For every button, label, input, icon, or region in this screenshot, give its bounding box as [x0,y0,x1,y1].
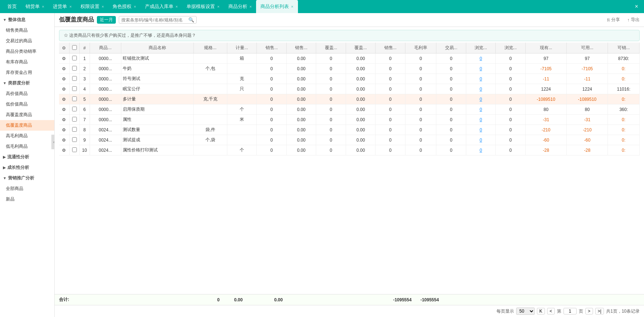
col-sales2[interactable]: 销售... [286,43,316,54]
row-checkbox-cell[interactable] [69,135,79,145]
row-setting[interactable]: ⚙ [59,64,69,74]
row-setting[interactable]: ⚙ [59,84,69,94]
sidebar-item-category-sales-rate[interactable]: 商品分类动销率 [0,46,54,57]
row-checkbox-cell[interactable] [69,84,79,94]
nav-product-analysis-close[interactable]: × [250,0,252,13]
sidebar-item-inventory-capital[interactable]: 库存资金占用 [0,67,54,78]
row-browse1[interactable]: 0 [466,64,496,74]
first-page-button[interactable]: K [537,308,545,314]
row-checkbox[interactable] [72,66,77,71]
row-checkbox[interactable] [72,107,77,111]
row-browse1[interactable]: 0 [466,74,496,84]
row-setting[interactable]: ⚙ [59,104,69,115]
row-checkbox[interactable] [72,147,77,152]
row-checkbox[interactable] [72,117,77,122]
nav-product-analysis-list[interactable]: 商品分析列表 × [256,0,298,13]
row-checkbox[interactable] [72,76,77,81]
row-browse1[interactable]: 0 [466,84,496,94]
last-page-button[interactable]: >| [595,308,604,314]
prev-page-button[interactable]: < [547,308,555,314]
sidebar-section-overall[interactable]: ▼ 整体信息 [0,15,54,25]
row-checkbox[interactable] [72,86,77,91]
sidebar-item-new-goods[interactable]: 新品 [0,194,54,205]
row-checkbox[interactable] [72,96,77,101]
sidebar-section-marketing[interactable]: ▼ 营销推广分析 [0,173,54,183]
sidebar-item-high-value[interactable]: 高价值商品 [0,88,54,99]
col-product-code[interactable]: 商品... [90,43,121,54]
row-browse1[interactable]: 0 [466,125,496,135]
date-filter-button[interactable]: 近一月 [97,16,116,24]
nav-product-analysis[interactable]: 商品分析 × [224,0,256,13]
nav-product-storage[interactable]: 产成品入库单 × [141,0,182,13]
nav-role-auth[interactable]: 角色授权 × [108,0,140,13]
sidebar-collapse-button[interactable]: « [51,135,55,149]
table-container[interactable]: ⚙ # 商品... 商品名称 规格... 计量... 销售... 销售... 覆… [55,43,644,294]
col-sales3[interactable]: 销售... [376,43,405,54]
nav-template-settings[interactable]: 单据模板设置 × [182,0,224,13]
row-checkbox-cell[interactable] [69,104,79,115]
col-coverage1[interactable]: 覆盖... [316,43,346,54]
row-browse1[interactable]: 0 [466,94,496,104]
col-checkbox-header[interactable] [69,43,79,54]
nav-template-settings-close[interactable]: × [217,0,219,13]
col-product-name[interactable]: 商品名称 [121,43,194,54]
next-page-button[interactable]: > [585,308,593,314]
row-checkbox-cell[interactable] [69,54,79,64]
search-input[interactable] [121,17,187,23]
row-setting[interactable]: ⚙ [59,74,69,84]
sidebar-item-low-coverage[interactable]: 低覆盖度商品 [0,120,54,131]
row-checkbox-cell[interactable] [69,115,79,125]
col-sales1[interactable]: 销售... [257,43,287,54]
row-setting[interactable]: ⚙ [59,54,69,64]
select-all-checkbox[interactable] [72,45,77,50]
sidebar-item-high-profit[interactable]: 高毛利商品 [0,131,54,141]
nav-sales-order[interactable]: 销货单 × [21,0,48,13]
row-checkbox-cell[interactable] [69,64,79,74]
sidebar-item-low-value[interactable]: 低价值商品 [0,99,54,110]
nav-product-storage-close[interactable]: × [176,0,178,13]
share-button[interactable]: ⎘ 分享 [607,17,620,23]
row-browse1[interactable]: 0 [466,115,496,125]
nav-purchase-order-close[interactable]: × [69,0,71,13]
row-checkbox-cell[interactable] [69,145,79,155]
col-unit[interactable]: 计量... [227,43,257,54]
sidebar-item-low-profit[interactable]: 低毛利商品 [0,141,54,152]
col-browse1[interactable]: 浏览... [466,43,496,54]
window-close-button[interactable]: × [632,3,641,10]
sidebar-section-cluster[interactable]: ▼ 类群度分析 [0,78,54,88]
nav-product-analysis-list-close[interactable]: × [291,0,293,13]
col-coverage2[interactable]: 覆盖... [346,43,376,54]
nav-permissions[interactable]: 权限设置 × [76,0,108,13]
row-setting[interactable]: ⚙ [59,135,69,145]
col-spec[interactable]: 规格... [194,43,227,54]
search-icon[interactable]: 🔍 [188,17,194,23]
col-profit-rate[interactable]: 毛利率 [405,43,436,54]
row-checkbox-cell[interactable] [69,125,79,135]
col-stock3[interactable]: 可销... [608,43,640,54]
col-stock2[interactable]: 可用... [567,43,608,54]
row-browse1[interactable]: 0 [466,135,496,145]
sidebar-item-high-coverage[interactable]: 高覆盖度商品 [0,110,54,120]
col-stock1[interactable]: 现有... [525,43,566,54]
per-page-select[interactable]: 50 10 20 100 [516,308,535,315]
sidebar-section-liquidity[interactable]: ▶ 流通性分析 [0,152,54,162]
nav-sales-order-close[interactable]: × [42,0,44,13]
sidebar-item-sales-goods[interactable]: 销售类商品 [0,25,54,36]
col-browse2[interactable]: 浏览... [496,43,526,54]
nav-permissions-close[interactable]: × [102,0,104,13]
row-browse1[interactable]: 0 [466,54,496,64]
row-checkbox[interactable] [72,56,77,60]
row-setting[interactable]: ⚙ [59,94,69,104]
row-checkbox-cell[interactable] [69,74,79,84]
col-settings[interactable]: ⚙ [59,43,69,54]
sidebar-item-traded-goods[interactable]: 交易过的商品 [0,36,54,46]
sidebar-item-all-goods[interactable]: 全部商品 [0,183,54,194]
nav-role-auth-close[interactable]: × [134,0,136,13]
sidebar-item-in-stock-goods[interactable]: 有库存商品 [0,57,54,67]
nav-purchase-order[interactable]: 进货单 × [48,0,76,13]
row-checkbox[interactable] [72,137,77,142]
row-setting[interactable]: ⚙ [59,125,69,135]
sidebar-section-growth[interactable]: ▶ 成长性分析 [0,162,54,173]
row-setting[interactable]: ⚙ [59,115,69,125]
nav-home[interactable]: 首页 [3,0,21,13]
